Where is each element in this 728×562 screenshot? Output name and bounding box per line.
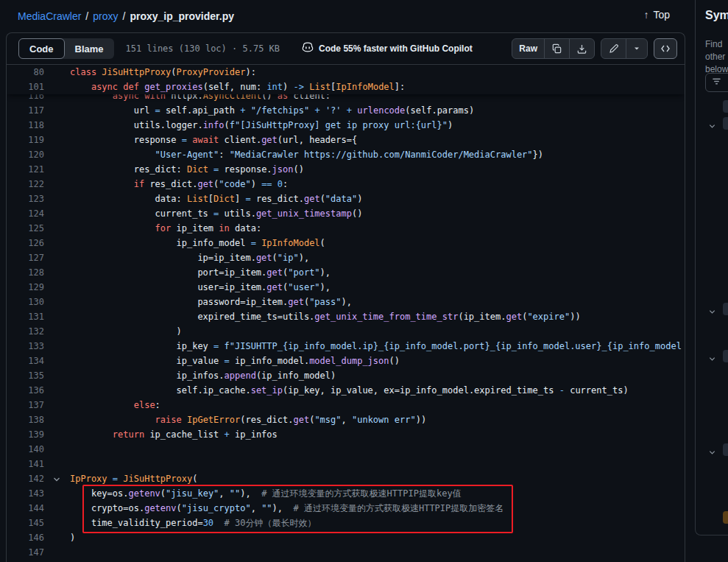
breadcrumb-repo-link[interactable]: MediaCrawler bbox=[18, 10, 81, 22]
file-view: MediaCrawler/proxy/proxy_ip_provider.py … bbox=[0, 0, 692, 562]
line-number[interactable]: 132 bbox=[7, 324, 44, 339]
line-number[interactable]: 141 bbox=[7, 457, 44, 471]
chevron-down-icon[interactable] bbox=[708, 353, 716, 366]
symbols-toggle-button[interactable] bbox=[654, 38, 677, 59]
code-line-125: 125 for ip_item in data: bbox=[7, 221, 685, 236]
symbol-chip[interactable] bbox=[723, 100, 728, 113]
gutter-space bbox=[44, 486, 70, 501]
gutter-space bbox=[44, 398, 70, 412]
gutter-space bbox=[44, 133, 70, 147]
code-text: IpProxy = JiSuHttpProxy( bbox=[70, 471, 197, 486]
line-number[interactable]: 122 bbox=[7, 177, 44, 192]
raw-copy-download-group: Raw bbox=[512, 38, 595, 59]
line-number[interactable]: 120 bbox=[7, 147, 44, 162]
line-number[interactable]: 101 bbox=[7, 80, 44, 94]
line-number[interactable]: 124 bbox=[7, 206, 44, 221]
copilot-banner-text: Code 55% faster with GitHub Copilot bbox=[319, 43, 473, 54]
line-number[interactable]: 138 bbox=[7, 412, 44, 427]
code-text: ) bbox=[70, 324, 182, 339]
line-number[interactable]: 119 bbox=[7, 133, 44, 147]
symbols-filter-input[interactable] bbox=[705, 73, 728, 92]
line-number[interactable]: 130 bbox=[7, 295, 44, 309]
gutter-space bbox=[44, 412, 70, 427]
code-line-126: 126 ip_info_model = IpInfoModel( bbox=[7, 236, 685, 250]
line-number[interactable]: 136 bbox=[7, 383, 44, 398]
chevron-down-icon[interactable] bbox=[708, 446, 716, 460]
symbol-chip[interactable] bbox=[723, 443, 728, 456]
code-text: async def get_proxies(self, num: int) ->… bbox=[70, 80, 405, 94]
copy-icon[interactable] bbox=[544, 39, 569, 58]
line-number[interactable]: 142 bbox=[7, 471, 44, 486]
code-line-143: 143 key=os.getenv("jisu_key", ""), # 通过环… bbox=[7, 486, 685, 501]
line-number[interactable]: 118 bbox=[7, 118, 44, 133]
code-text: key=os.getenv("jisu_key", ""), # 通过环境变量的… bbox=[70, 486, 462, 501]
sticky-lines: 80class JiSuHttpProxy(ProxyProvider):101… bbox=[7, 65, 685, 94]
edit-pencil-icon[interactable] bbox=[601, 39, 626, 58]
symbol-chip[interactable] bbox=[723, 303, 728, 315]
gutter-space bbox=[44, 147, 70, 162]
code-text: "User-Agent": "MediaCrawler https://gith… bbox=[70, 147, 543, 162]
gutter-space bbox=[44, 545, 70, 560]
code-line-117: 117 url = self.api_path + "/fetchips" + … bbox=[7, 103, 685, 118]
line-number[interactable]: 127 bbox=[7, 250, 44, 265]
symbol-chip-highlighted[interactable] bbox=[723, 511, 728, 524]
breadcrumb: MediaCrawler/proxy/proxy_ip_provider.py bbox=[18, 10, 234, 22]
line-number[interactable]: 140 bbox=[7, 442, 44, 457]
line-number[interactable]: 125 bbox=[7, 221, 44, 236]
line-number[interactable]: 116 bbox=[7, 94, 44, 103]
breadcrumb-filename: proxy_ip_provider.py bbox=[130, 10, 234, 22]
line-number[interactable]: 123 bbox=[7, 192, 44, 206]
gutter-space bbox=[44, 383, 70, 398]
code-text: if res_dict.get("code") == 0: bbox=[70, 177, 288, 192]
line-number[interactable]: 131 bbox=[7, 309, 44, 324]
tab-code[interactable]: Code bbox=[18, 38, 65, 59]
gutter-space bbox=[44, 162, 70, 177]
code-line-80: 80class JiSuHttpProxy(ProxyProvider): bbox=[7, 65, 685, 80]
line-number[interactable]: 121 bbox=[7, 162, 44, 177]
line-number[interactable]: 117 bbox=[7, 103, 44, 118]
tab-blame[interactable]: Blame bbox=[65, 38, 114, 59]
code-text: for ip_item in data: bbox=[70, 221, 261, 236]
code-line-121: 121 res_dict: Dict = response.json() bbox=[7, 162, 685, 177]
code-text: utils.logger.info(f"[JiSuHttpProxy] get … bbox=[70, 118, 453, 133]
symbol-chip[interactable] bbox=[723, 350, 728, 362]
gutter-space bbox=[44, 80, 70, 94]
code-line-120: 120 "User-Agent": "MediaCrawler https://… bbox=[7, 147, 685, 162]
line-number[interactable]: 146 bbox=[7, 530, 44, 545]
line-number[interactable]: 139 bbox=[7, 427, 44, 442]
symbol-tree-item bbox=[696, 303, 728, 316]
chevron-down-icon[interactable] bbox=[708, 306, 716, 319]
code-line-118: 118 utils.logger.info(f"[JiSuHttpProxy] … bbox=[7, 118, 685, 133]
gutter-space bbox=[44, 324, 70, 339]
line-number[interactable]: 143 bbox=[7, 486, 44, 501]
breadcrumb-folder-link[interactable]: proxy bbox=[93, 10, 118, 22]
code-text: res_dict: Dict = response.json() bbox=[70, 162, 304, 177]
edit-caret-down-icon[interactable] bbox=[626, 39, 647, 58]
gutter-space bbox=[44, 368, 70, 383]
scroll-to-top-link[interactable]: ↑ Top bbox=[643, 9, 670, 21]
line-number[interactable]: 137 bbox=[7, 398, 44, 412]
code-line-135: 135 ip_infos.append(ip_info_model) bbox=[7, 368, 685, 383]
code-text: expired_time_ts=utils.get_unix_time_from… bbox=[70, 309, 581, 324]
line-number[interactable]: 134 bbox=[7, 354, 44, 368]
line-number[interactable]: 145 bbox=[7, 516, 44, 530]
fold-chevron-icon[interactable] bbox=[44, 471, 70, 486]
line-number[interactable]: 135 bbox=[7, 368, 44, 383]
code-line-147: 147 bbox=[7, 545, 685, 560]
line-number[interactable]: 128 bbox=[7, 265, 44, 280]
chevron-down-icon[interactable] bbox=[708, 120, 716, 133]
copilot-banner[interactable]: Code 55% faster with GitHub Copilot bbox=[302, 41, 473, 56]
line-number[interactable]: 144 bbox=[7, 501, 44, 516]
raw-button[interactable]: Raw bbox=[512, 39, 544, 58]
line-number[interactable]: 129 bbox=[7, 280, 44, 295]
code-text: port=ip_item.get("port"), bbox=[70, 265, 331, 280]
symbol-chip[interactable] bbox=[723, 117, 728, 130]
line-number[interactable]: 80 bbox=[7, 65, 44, 80]
line-number[interactable]: 147 bbox=[7, 545, 44, 560]
line-number[interactable]: 126 bbox=[7, 236, 44, 250]
line-number[interactable]: 133 bbox=[7, 339, 44, 354]
code-text: else: bbox=[70, 398, 160, 412]
symbol-tree-item bbox=[696, 117, 728, 130]
top-label: Top bbox=[653, 9, 670, 21]
download-icon[interactable] bbox=[569, 39, 594, 58]
